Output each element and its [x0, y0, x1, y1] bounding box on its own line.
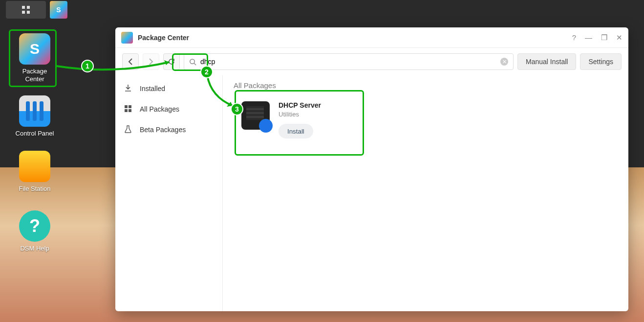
- close-button[interactable]: ✕: [616, 33, 623, 42]
- chevron-right-icon: [149, 58, 153, 65]
- svg-rect-3: [27, 11, 30, 14]
- window-title: Package Center: [138, 34, 572, 42]
- package-center-window: Package Center ? — ❐ ✕ ✕ Manual Install …: [115, 27, 628, 311]
- svg-rect-2: [22, 11, 25, 14]
- package-name: DHCP Server: [279, 101, 321, 109]
- search-icon: [189, 58, 196, 66]
- control-panel-icon: [19, 95, 50, 127]
- svg-rect-0: [22, 6, 25, 9]
- desktop-icon-package-center[interactable]: S Package Center: [13, 33, 57, 83]
- package-center-icon: S: [19, 33, 50, 65]
- desktop-icon-label: File Station: [13, 185, 57, 193]
- desktop-icon-dsm-help[interactable]: ? DSM Help: [13, 210, 57, 253]
- refresh-button[interactable]: [163, 53, 180, 70]
- svg-rect-8: [125, 109, 128, 112]
- package-meta: DHCP Server Utilities Install: [279, 101, 321, 138]
- section-title: All Packages: [234, 81, 619, 90]
- window-app-icon: [121, 32, 133, 44]
- nav-back-button[interactable]: [122, 53, 139, 70]
- taskbar-app-package-center[interactable]: S: [50, 1, 67, 19]
- minimize-button[interactable]: —: [585, 33, 592, 42]
- grid-icon: [124, 105, 133, 114]
- svg-point-4: [190, 59, 194, 63]
- help-icon[interactable]: ?: [572, 33, 576, 42]
- taskbar-menu[interactable]: [6, 1, 46, 19]
- sidebar-item-installed[interactable]: Installed: [115, 78, 222, 99]
- content-area: All Packages DHCP Server Utilities Insta…: [223, 75, 628, 311]
- grid-icon: [21, 5, 30, 14]
- sidebar-item-beta-packages[interactable]: Beta Packages: [115, 119, 222, 140]
- desktop-icon-label: DSM Help: [13, 245, 57, 253]
- package-category: Utilities: [279, 111, 321, 118]
- svg-rect-6: [125, 105, 128, 108]
- svg-rect-7: [129, 105, 131, 108]
- search-box: ✕: [184, 53, 514, 70]
- dsm-help-icon: ?: [19, 210, 50, 242]
- clear-search-button[interactable]: ✕: [500, 58, 508, 66]
- search-input[interactable]: [200, 58, 496, 66]
- sidebar-item-label: Beta Packages: [140, 126, 186, 134]
- manual-install-button[interactable]: Manual Install: [517, 53, 576, 70]
- svg-line-5: [194, 63, 196, 65]
- desktop-icon-label: Package Center: [13, 68, 57, 83]
- desktop-icon-label: Control Panel: [13, 130, 57, 138]
- svg-rect-1: [27, 6, 30, 9]
- annotation-badge-2: 2: [200, 66, 213, 78]
- taskbar: S: [0, 0, 73, 20]
- toolbar: ✕ Manual Install Settings: [115, 48, 628, 75]
- file-station-icon: [19, 151, 50, 182]
- window-titlebar: Package Center ? — ❐ ✕: [115, 27, 628, 48]
- nav-forward-button[interactable]: [143, 53, 159, 70]
- beta-icon: [124, 125, 133, 135]
- window-controls: ? — ❐ ✕: [572, 33, 623, 42]
- sidebar-item-all-packages[interactable]: All Packages: [115, 99, 222, 119]
- install-button[interactable]: Install: [279, 124, 313, 138]
- sidebar: Installed All Packages Beta Packages: [115, 75, 223, 311]
- settings-button[interactable]: Settings: [580, 53, 622, 70]
- sidebar-item-label: All Packages: [140, 105, 179, 113]
- window-body: Installed All Packages Beta Packages All…: [115, 75, 628, 311]
- chevron-left-icon: [128, 58, 133, 65]
- desktop-icon-file-station[interactable]: File Station: [13, 151, 57, 193]
- annotation-badge-1: 1: [81, 60, 94, 72]
- dhcp-server-icon: [241, 101, 270, 130]
- refresh-icon: [168, 58, 175, 66]
- annotation-badge-3: 3: [231, 103, 243, 115]
- package-card-dhcp-server[interactable]: DHCP Server Utilities Install: [233, 94, 356, 146]
- sidebar-item-label: Installed: [140, 85, 165, 92]
- download-icon: [124, 84, 133, 93]
- desktop-icon-control-panel[interactable]: Control Panel: [13, 95, 57, 138]
- maximize-button[interactable]: ❐: [601, 33, 607, 42]
- svg-rect-9: [129, 109, 131, 112]
